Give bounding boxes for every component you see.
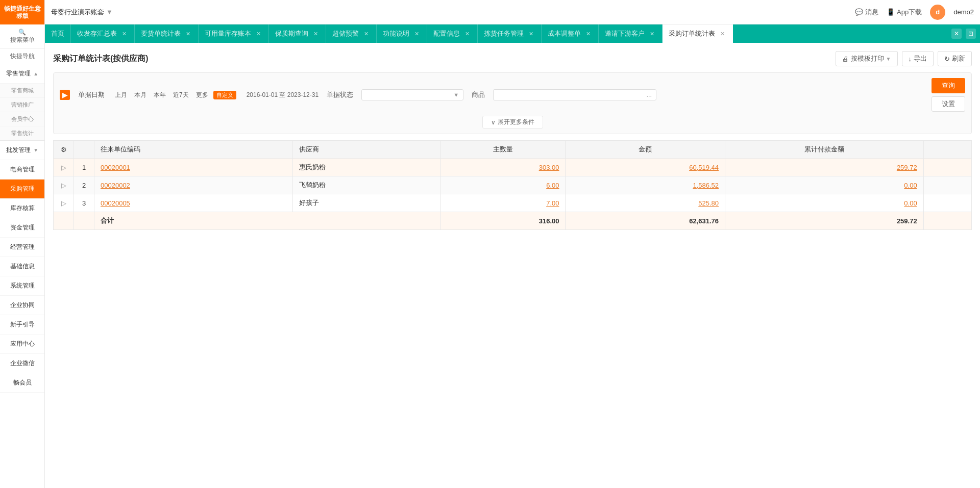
sidebar: 畅捷通好生意 标版 🔍 搜索菜单 快捷导航 零售管理 ▲ 零售商城 营销推广 会… xyxy=(0,0,45,488)
tab-close-expiry[interactable]: ✕ xyxy=(311,30,320,38)
tab-cost-adj[interactable]: 成本调整单 ✕ xyxy=(542,24,599,43)
td-total-qty: 316.00 xyxy=(441,212,566,230)
td-extra-1 xyxy=(923,159,971,176)
message-button[interactable]: 💬 消息 xyxy=(855,8,878,17)
logo[interactable]: 畅捷通好生意 标版 xyxy=(0,0,44,24)
expand-icon: ∨ xyxy=(491,119,496,126)
td-seq-3: 3 xyxy=(74,194,94,212)
unit-code-link-2[interactable]: 00020002 xyxy=(101,182,130,189)
shortcut-last-month[interactable]: 上月 xyxy=(113,90,129,100)
filter-toggle-button[interactable]: ▶ xyxy=(60,90,70,100)
sidebar-item-ent-wechat[interactable]: 企业微信 xyxy=(0,354,44,373)
tab-collect[interactable]: 收发存汇总表 ✕ xyxy=(71,24,135,43)
settings-button[interactable]: 设置 xyxy=(932,96,965,112)
sidebar-item-member2[interactable]: 畅会员 xyxy=(0,373,44,393)
goods-more-icon: … xyxy=(646,92,652,98)
td-supplier-1: 惠氏奶粉 xyxy=(292,159,441,176)
shortcut-this-month[interactable]: 本月 xyxy=(132,90,149,100)
tab-home[interactable]: 首页 xyxy=(45,24,71,43)
sidebar-item-retail[interactable]: 零售管理 ▲ xyxy=(0,64,44,84)
table-row: ▷ 1 00020001 惠氏奶粉 303.00 60,519.44 259.7… xyxy=(54,159,972,176)
tab-close-all-button[interactable]: ✕ xyxy=(951,29,962,39)
tab-order-stat[interactable]: 要货单统计表 ✕ xyxy=(135,24,199,43)
page-content: 采购订单统计表(按供应商) 🖨 按模板打印 ▼ ↓ 导出 ↻ 刷新 xyxy=(45,43,980,488)
avatar[interactable]: d xyxy=(930,5,945,20)
shortcut-7days[interactable]: 近7天 xyxy=(171,90,191,100)
query-button[interactable]: 查询 xyxy=(932,78,965,93)
sidebar-item-enterprise[interactable]: 企业协同 xyxy=(0,296,44,315)
sidebar-item-purchase[interactable]: 采购管理 xyxy=(0,179,44,199)
sidebar-item-basic-info[interactable]: 基础信息 xyxy=(0,257,44,276)
goods-input[interactable]: … xyxy=(493,89,656,100)
tab-config-info[interactable]: 配置信息 ✕ xyxy=(427,24,478,43)
td-qty-1: 303.00 xyxy=(441,159,566,176)
sidebar-item-quicknav[interactable]: 快捷导航 xyxy=(0,49,44,64)
tab-close-invite-down[interactable]: ✕ xyxy=(648,30,656,38)
table-row: ▷ 2 00020002 飞鹤奶粉 6.00 1,586.52 0.00 xyxy=(54,176,972,194)
td-total-empty2 xyxy=(74,212,94,230)
expand-conditions-button[interactable]: ∨ 展开更多条件 xyxy=(482,116,543,129)
tab-close-config-info[interactable]: ✕ xyxy=(463,30,471,38)
tab-close-order-stat[interactable]: ✕ xyxy=(184,30,192,38)
tab-invite-down[interactable]: 邀请下游客户 ✕ xyxy=(599,24,663,43)
filter-area: ▶ 单据日期 上月 本月 本年 近7天 更多 自定义 2016-01-01 至 … xyxy=(53,72,972,134)
sidebar-item-member[interactable]: 会员中心 xyxy=(0,112,44,126)
tab-close-collect[interactable]: ✕ xyxy=(120,30,128,38)
refresh-button[interactable]: ↻ 刷新 xyxy=(938,51,972,66)
row-expand-icon-2: ▷ xyxy=(61,182,66,189)
tab-close-cost-adj[interactable]: ✕ xyxy=(584,30,592,38)
td-seq-1: 1 xyxy=(74,159,94,176)
th-unit-code: 往来单位编码 xyxy=(94,141,293,159)
tab-close-pick-task[interactable]: ✕ xyxy=(527,30,535,38)
td-expand-1[interactable]: ▷ xyxy=(54,159,74,176)
sidebar-item-operations[interactable]: 经营管理 xyxy=(0,238,44,257)
tab-maximize-button[interactable]: ⊡ xyxy=(966,29,976,39)
tab-close-purchase-stat[interactable]: ✕ xyxy=(718,30,726,38)
sidebar-item-retail-stat[interactable]: 零售统计 xyxy=(0,126,44,141)
sidebar-item-finance[interactable]: 资金管理 xyxy=(0,218,44,238)
td-amount-2: 1,586.52 xyxy=(566,176,725,194)
message-icon: 💬 xyxy=(855,8,863,16)
sidebar-item-retail-mall[interactable]: 零售商城 xyxy=(0,84,44,98)
user-name[interactable]: demo2 xyxy=(953,8,974,16)
td-extra-3 xyxy=(923,194,971,212)
shortcut-more[interactable]: 更多 xyxy=(194,90,210,100)
tab-stock-book[interactable]: 可用量库存账本 ✕ xyxy=(199,24,269,43)
logo-text: 畅捷通好生意 标版 xyxy=(4,5,41,20)
sidebar-item-inventory[interactable]: 库存核算 xyxy=(0,199,44,218)
sidebar-item-search[interactable]: 🔍 搜索菜单 xyxy=(0,24,44,49)
tab-close-stock-book[interactable]: ✕ xyxy=(254,30,262,38)
status-select[interactable]: ▼ xyxy=(361,89,463,100)
export-button[interactable]: ↓ 导出 xyxy=(902,51,934,66)
tab-close-overstock[interactable]: ✕ xyxy=(362,30,370,38)
app-download-button[interactable]: 📱 App下载 xyxy=(887,8,922,17)
shortcut-this-year[interactable]: 本年 xyxy=(152,90,168,100)
custom-date-tag[interactable]: 自定义 xyxy=(213,91,236,99)
sidebar-item-marketing[interactable]: 营销推广 xyxy=(0,98,44,112)
workspace-selector[interactable]: 母婴行业演示账套 ▼ xyxy=(51,8,113,17)
td-expand-3[interactable]: ▷ xyxy=(54,194,74,212)
tab-purchase-stat[interactable]: 采购订单统计表 ✕ xyxy=(663,24,733,43)
unit-code-link-1[interactable]: 00020001 xyxy=(101,164,130,171)
goods-filter-label: 商品 xyxy=(472,90,485,99)
print-button[interactable]: 🖨 按模板打印 ▼ xyxy=(836,51,898,66)
sidebar-item-new-guide[interactable]: 新手引导 xyxy=(0,315,44,335)
th-paid: 累计付款金额 xyxy=(725,141,924,159)
sidebar-item-sys-mgmt[interactable]: 系统管理 xyxy=(0,276,44,296)
table-settings-icon[interactable]: ⚙ xyxy=(61,146,67,153)
td-paid-3: 0.00 xyxy=(725,194,924,212)
tab-overstock[interactable]: 超储预警 ✕ xyxy=(326,24,377,43)
th-qty: 主数量 xyxy=(441,141,566,159)
tab-func-desc[interactable]: 功能说明 ✕ xyxy=(377,24,427,43)
sidebar-item-ecommerce[interactable]: 电商管理 xyxy=(0,160,44,179)
sidebar-item-app-center[interactable]: 应用中心 xyxy=(0,335,44,354)
page-title: 采购订单统计表(按供应商) xyxy=(53,54,149,64)
unit-code-link-3[interactable]: 00020005 xyxy=(101,199,130,207)
sidebar-item-wholesale[interactable]: 批发管理 ▼ xyxy=(0,141,44,160)
td-code-2: 00020002 xyxy=(94,176,293,194)
td-expand-2[interactable]: ▷ xyxy=(54,176,74,194)
tab-pick-task[interactable]: 拣货任务管理 ✕ xyxy=(478,24,542,43)
app-icon: 📱 xyxy=(887,8,895,16)
tab-close-func-desc[interactable]: ✕ xyxy=(412,30,421,38)
tab-expiry[interactable]: 保质期查询 ✕ xyxy=(269,24,326,43)
